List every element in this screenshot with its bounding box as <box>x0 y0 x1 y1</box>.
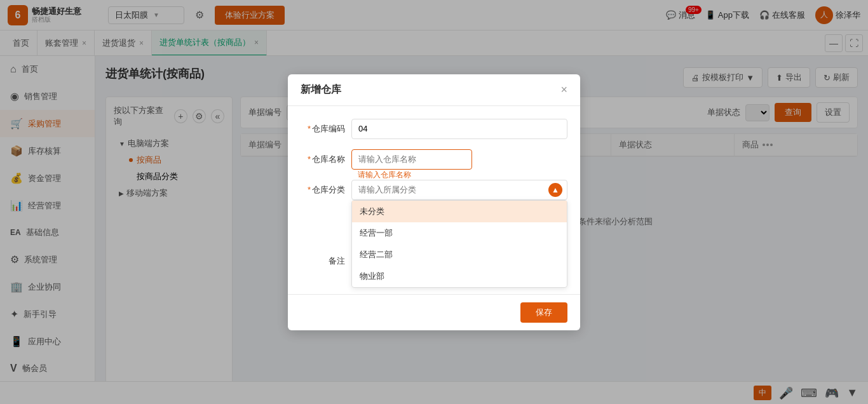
category-dropdown: 未分类 经营一部 经营二部 物业部 <box>351 200 567 288</box>
dropdown-item-dept1[interactable]: 经营一部 <box>352 222 567 244</box>
category-input[interactable] <box>351 180 567 200</box>
modal-header: 新增仓库 × <box>288 74 580 106</box>
remark-label: 备注 <box>301 251 351 271</box>
warehouse-name-error: 请输入仓库名称 <box>358 170 411 180</box>
modal-close-button[interactable]: × <box>560 83 567 97</box>
category-field: ▲ 未分类 经营一部 经营二部 物业部 <box>351 180 567 200</box>
warehouse-code-row: 仓库编码 <box>301 119 567 139</box>
warehouse-name-label: 仓库名称 <box>301 149 351 170</box>
modal-overlay: 新增仓库 × 仓库编码 仓库名称 请输入仓库名称 仓库分类 <box>0 0 868 404</box>
dropdown-item-property[interactable]: 物业部 <box>352 266 567 287</box>
modal-body: 仓库编码 仓库名称 请输入仓库名称 仓库分类 ▲ 未分类 <box>288 106 580 294</box>
warehouse-category-label: 仓库分类 <box>301 180 351 200</box>
category-arrow-btn[interactable]: ▲ <box>548 183 562 197</box>
new-warehouse-modal: 新增仓库 × 仓库编码 仓库名称 请输入仓库名称 仓库分类 <box>288 74 580 330</box>
modal-title: 新增仓库 <box>301 83 341 97</box>
warehouse-code-label: 仓库编码 <box>301 119 351 139</box>
dropdown-item-dept2[interactable]: 经营二部 <box>352 244 567 266</box>
modal-footer: 保存 <box>288 294 580 330</box>
warehouse-name-row: 仓库名称 请输入仓库名称 <box>301 149 567 170</box>
warehouse-code-input[interactable] <box>351 119 567 139</box>
warehouse-category-row: 仓库分类 ▲ 未分类 经营一部 经营二部 物业部 <box>301 180 567 200</box>
dropdown-item-unclassified[interactable]: 未分类 <box>352 201 567 222</box>
warehouse-name-input[interactable] <box>351 149 472 170</box>
save-button[interactable]: 保存 <box>520 302 567 323</box>
